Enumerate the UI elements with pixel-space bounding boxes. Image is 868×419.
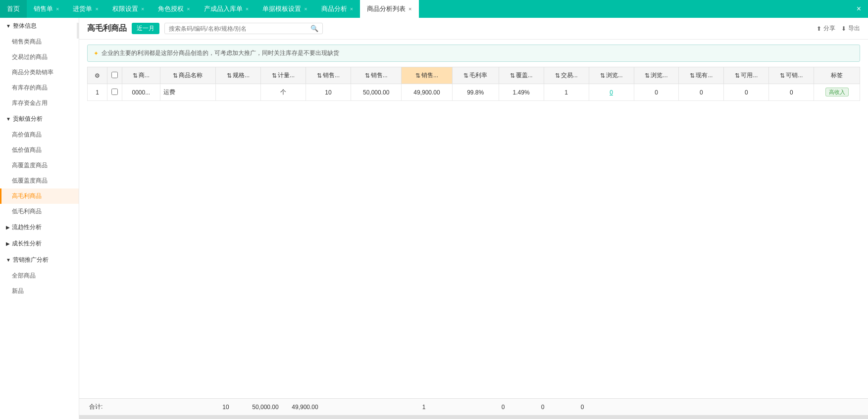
sidebar-group-trend[interactable]: ▶ 流趋性分析 xyxy=(0,219,79,235)
nav-home[interactable]: 首页 xyxy=(0,0,27,18)
footer-transaction: 1 xyxy=(404,404,444,411)
col-sales1: ⇅ 销售... xyxy=(306,67,351,84)
footer-total: 合计: 10 50,000.00 49,900.00 1 0 0 0 xyxy=(79,398,868,415)
nav-sales[interactable]: 销售单 × xyxy=(27,0,66,18)
footer-current: 0 xyxy=(523,404,562,411)
sidebar-item-low-value[interactable]: 低价值商品 xyxy=(0,142,79,158)
sidebar-item-new-goods[interactable]: 新品 xyxy=(0,283,79,299)
period-btn[interactable]: 近一月 xyxy=(132,23,159,34)
col-sellable-sort-icon: ⇅ xyxy=(780,72,785,79)
nav-sales-close[interactable]: × xyxy=(56,6,59,12)
col-current: ⇅ 现有... xyxy=(679,67,724,84)
col-code: ⇅ 商... xyxy=(122,67,160,84)
table-row: 1 0000... 运费 个 10 50,000.00 49,900.00 99… xyxy=(88,84,860,101)
cell-sales3: 49,900.00 xyxy=(402,84,452,101)
cell-browse2: 0 xyxy=(634,84,679,101)
close-all-btn[interactable]: × xyxy=(850,0,868,18)
col-current-sort-icon: ⇅ xyxy=(690,72,695,79)
sidebar-item-traded-goods[interactable]: 交易过的商品 xyxy=(0,49,79,65)
col-coverage-sort-icon: ⇅ xyxy=(510,72,515,79)
col-coverage: ⇅ 覆盖... xyxy=(499,67,544,84)
group-growth-arrow: ▶ xyxy=(6,241,10,246)
sidebar-item-stock-capital[interactable]: 库存资金占用 xyxy=(0,95,79,111)
search-box: 🔍 xyxy=(164,23,323,34)
nav-product-inbound-close[interactable]: × xyxy=(246,6,249,12)
cell-browse1[interactable]: 0 xyxy=(589,84,634,101)
info-banner: ✦ 企业的主要的利润都是这部分商品创造的，可考虑加大推广，同时关注库存是不要出现… xyxy=(87,45,860,62)
col-browse2-sort-icon: ⇅ xyxy=(645,72,650,79)
col-gross-sort-icon: ⇅ xyxy=(463,72,468,79)
nav-purchase-close[interactable]: × xyxy=(95,6,98,12)
sidebar-group-growth[interactable]: ▶ 成长性分析 xyxy=(0,235,79,252)
col-checkbox xyxy=(107,67,122,84)
col-browse1-sort-icon: ⇅ xyxy=(600,72,605,79)
sidebar-item-category-rate[interactable]: 商品分类助销率 xyxy=(0,65,79,80)
nav-template-close[interactable]: × xyxy=(304,6,307,12)
sidebar-group-overall[interactable]: ▼ 整体信息 xyxy=(0,18,79,34)
nav-template[interactable]: 单据模板设置 × xyxy=(255,0,314,18)
sidebar-item-all-goods[interactable]: 全部商品 xyxy=(0,268,79,283)
col-name: ⇅ 商品名称 xyxy=(160,67,216,84)
col-sales3-sort-icon: ⇅ xyxy=(415,72,420,79)
footer-label: 合计: xyxy=(87,403,206,411)
nav-permission-close[interactable]: × xyxy=(141,6,144,12)
content-header: 高毛利商品 近一月 🔍 ⬆ 分享 ⬇ 导出 xyxy=(79,18,868,40)
nav-product-inbound[interactable]: 产成品入库单 × xyxy=(197,0,255,18)
col-index: ⚙ xyxy=(88,67,107,84)
col-sales3: ⇅ 销售... xyxy=(402,67,452,84)
nav-product-analysis-list-close[interactable]: × xyxy=(408,6,411,12)
sidebar-group-marketing[interactable]: ▼ 营销推广分析 xyxy=(0,252,79,268)
content-area: 高毛利商品 近一月 🔍 ⬆ 分享 ⬇ 导出 ✦ 企业的主要的利润都是这部分商品创… xyxy=(79,18,868,419)
info-icon: ✦ xyxy=(94,50,99,57)
col-available: ⇅ 可用... xyxy=(724,67,769,84)
cell-sales2: 50,000.00 xyxy=(351,84,401,101)
sidebar-collapse-btn[interactable]: « xyxy=(77,23,79,39)
col-sales1-sort-icon: ⇅ xyxy=(317,72,322,79)
col-unit-sort-icon: ⇅ xyxy=(272,72,277,79)
table-header-row: ⚙ ⇅ 商... ⇅ xyxy=(88,67,860,84)
select-all-checkbox[interactable] xyxy=(111,72,118,78)
footer-sales3: 49,900.00 xyxy=(285,404,325,411)
group-marketing-arrow: ▼ xyxy=(6,257,11,263)
sidebar-item-low-coverage[interactable]: 低覆盖度商品 xyxy=(0,173,79,188)
nav-product-analysis[interactable]: 商品分析 × xyxy=(314,0,360,18)
cell-current: 0 xyxy=(679,84,724,101)
nav-role-close[interactable]: × xyxy=(187,6,190,12)
nav-permission[interactable]: 权限设置 × xyxy=(105,0,151,18)
header-actions: ⬆ 分享 ⬇ 导出 xyxy=(817,24,860,33)
cell-coverage: 1.49% xyxy=(499,84,544,101)
sidebar-item-high-margin[interactable]: 高毛利商品 xyxy=(0,188,79,204)
search-icon[interactable]: 🔍 xyxy=(310,25,318,32)
row-checkbox[interactable] xyxy=(111,89,118,95)
col-sellable: ⇅ 可销... xyxy=(769,67,814,84)
col-transaction-sort-icon: ⇅ xyxy=(555,72,560,79)
col-gross-rate: ⇅ 毛利率 xyxy=(452,67,499,84)
cell-name: 运费 xyxy=(160,84,216,101)
nav-product-analysis-list[interactable]: 商品分析列表 × xyxy=(360,0,418,18)
sidebar-item-in-stock[interactable]: 有库存的商品 xyxy=(0,80,79,95)
nav-purchase[interactable]: 进货单 × xyxy=(66,0,105,18)
cell-index: 1 xyxy=(88,84,107,101)
nav-product-analysis-close[interactable]: × xyxy=(350,6,353,12)
cell-sellable: 0 xyxy=(769,84,814,101)
sidebar-item-sales-goods[interactable]: 销售类商品 xyxy=(0,34,79,49)
col-sort-icon: ⇅ xyxy=(133,72,138,79)
nav-role[interactable]: 角色授权 × xyxy=(151,0,197,18)
settings-icon[interactable]: ⚙ xyxy=(95,72,100,79)
table-container[interactable]: ⚙ ⇅ 商... ⇅ xyxy=(79,67,868,398)
main-layout: « ▼ 整体信息 销售类商品 交易过的商品 商品分类助销率 有库存的商品 库存资… xyxy=(0,18,868,419)
search-input[interactable] xyxy=(169,25,310,32)
cell-checkbox xyxy=(107,84,122,101)
sidebar-item-high-coverage[interactable]: 高覆盖度商品 xyxy=(0,158,79,173)
horizontal-scrollbar[interactable] xyxy=(79,415,868,419)
sidebar-group-contribution[interactable]: ▼ 贡献值分析 xyxy=(0,111,79,127)
export-btn[interactable]: ⬇ 导出 xyxy=(841,24,860,33)
group-overall-arrow: ▼ xyxy=(6,23,11,29)
export-icon: ⬇ xyxy=(841,25,846,32)
sidebar-item-high-value[interactable]: 高价值商品 xyxy=(0,127,79,142)
col-browse2: ⇅ 浏览... xyxy=(634,67,679,84)
share-btn[interactable]: ⬆ 分享 xyxy=(817,24,835,33)
group-trend-arrow: ▶ xyxy=(6,225,10,230)
sidebar-item-low-margin[interactable]: 低毛利商品 xyxy=(0,204,79,219)
top-navigation: 首页 销售单 × 进货单 × 权限设置 × 角色授权 × 产成品入库单 × 单据… xyxy=(0,0,868,18)
